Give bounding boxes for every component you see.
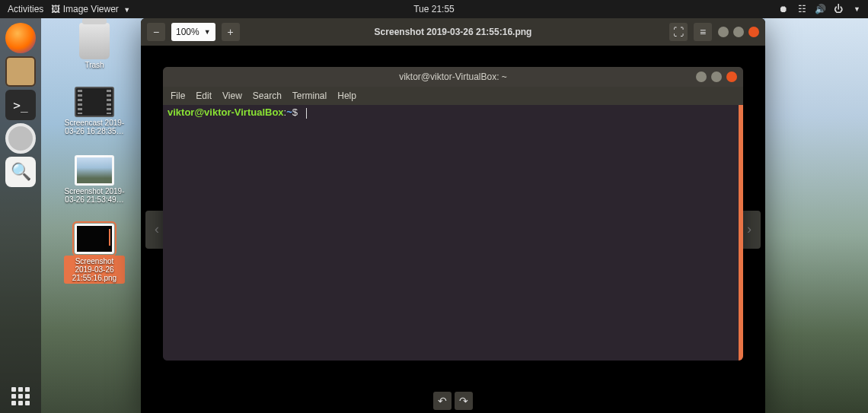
image-viewer-headerbar: − 100% ▼ + Screenshot 2019-03-26 21:55:1… xyxy=(141,18,765,46)
prompt-user-host: viktor@viktor-VirtualBox xyxy=(168,106,284,118)
system-tray: ⏺ ☷ 🔊 ⏻ ▼ xyxy=(778,4,868,14)
menu-file[interactable]: File xyxy=(171,91,185,101)
video-thumb-icon xyxy=(75,87,114,117)
window-minimize-button[interactable] xyxy=(718,27,729,37)
dock-files[interactable] xyxy=(5,56,36,87)
gnome-top-panel: Activities 🖼 Image Viewer ▼ Tue 21:55 ⏺ … xyxy=(0,0,868,18)
menu-edit[interactable]: Edit xyxy=(196,91,212,101)
terminal-scrollbar[interactable] xyxy=(739,105,743,361)
chevron-down-icon: ▼ xyxy=(123,6,130,14)
trash-icon xyxy=(79,23,110,59)
menu-view[interactable]: View xyxy=(222,91,242,101)
window-controls xyxy=(718,27,759,37)
terminal-cursor xyxy=(306,108,307,119)
terminal-title-text: viktor@viktor-VirtualBox: ~ xyxy=(399,71,507,82)
zoom-out-button[interactable]: − xyxy=(147,23,165,41)
app-menu-label: Image Viewer xyxy=(63,4,119,14)
desktop-icon-screenshot1[interactable]: Screenshot 2019-03-26 21:53:49… xyxy=(64,155,125,204)
zoom-value: 100% xyxy=(176,27,199,37)
terminal-menubar: File Edit View Search Terminal Help xyxy=(163,87,743,105)
image-viewer-bottom-toolbar: ↶ ↷ xyxy=(433,392,473,410)
dock-screenshot-app[interactable] xyxy=(5,123,36,154)
image-viewer-title: Screenshot 2019-03-26 21:55:16.png xyxy=(375,27,532,37)
desktop-icon-trash[interactable]: Trash xyxy=(64,23,125,69)
activities-button[interactable]: Activities xyxy=(8,4,43,14)
app-menu-icon: 🖼 xyxy=(51,4,60,14)
chevron-down-icon[interactable]: ▼ xyxy=(854,5,860,13)
network-icon[interactable]: ☷ xyxy=(796,4,807,14)
power-icon[interactable]: ⏻ xyxy=(833,4,844,14)
clock[interactable]: Tue 21:55 xyxy=(413,4,455,14)
chevron-down-icon: ▼ xyxy=(204,28,211,36)
fullscreen-button[interactable]: ⛶ xyxy=(669,23,688,41)
menu-search[interactable]: Search xyxy=(253,91,282,101)
window-close-button[interactable] xyxy=(726,71,737,82)
terminal-titlebar[interactable]: viktor@viktor-VirtualBox: ~ xyxy=(163,67,743,87)
terminal-window: viktor@viktor-VirtualBox: ~ File Edit Vi… xyxy=(163,67,743,361)
zoom-in-button[interactable]: + xyxy=(222,23,240,41)
hamburger-menu-button[interactable]: ≡ xyxy=(694,23,712,41)
desktop-icon-screencast[interactable]: Screencast 2019-03-26 16:28:35… xyxy=(64,87,125,135)
desktop-icon-screenshot2[interactable]: Screenshot 2019-03-26 21:55:16.png xyxy=(64,224,125,284)
app-menu[interactable]: 🖼 Image Viewer ▼ xyxy=(51,4,130,14)
zoom-level-dropdown[interactable]: 100% ▼ xyxy=(171,23,215,41)
prompt-end: $ xyxy=(292,106,298,118)
dock-firefox[interactable] xyxy=(5,23,36,53)
dock-image-viewer[interactable]: 🔍 xyxy=(5,157,36,187)
menu-terminal[interactable]: Terminal xyxy=(292,91,327,101)
window-maximize-button[interactable] xyxy=(711,71,722,82)
prompt-cwd: ~ xyxy=(286,106,292,118)
window-minimize-button[interactable] xyxy=(696,71,707,82)
screen-record-icon[interactable]: ⏺ xyxy=(778,4,789,14)
rotate-right-button[interactable]: ↷ xyxy=(455,392,473,410)
image-thumb-icon xyxy=(75,155,114,186)
ubuntu-dock: >_ 🔍 xyxy=(0,18,41,413)
desktop-icon-label: Screencast 2019-03-26 16:28:35… xyxy=(64,119,125,135)
volume-icon[interactable]: 🔊 xyxy=(815,4,825,14)
desktop-icon-label: Screenshot 2019-03-26 21:53:49… xyxy=(64,187,125,204)
menu-help[interactable]: Help xyxy=(337,91,356,101)
desktop-icon-label: Screenshot 2019-03-26 21:55:16.png xyxy=(64,256,125,284)
rotate-left-button[interactable]: ↶ xyxy=(433,392,452,410)
image-thumb-icon xyxy=(75,224,114,254)
desktop-icon-label: Trash xyxy=(85,61,104,69)
dock-show-apps[interactable] xyxy=(11,387,30,405)
window-controls xyxy=(696,71,737,82)
dock-terminal[interactable]: >_ xyxy=(5,90,36,120)
terminal-body[interactable]: viktor@viktor-VirtualBox:~$ xyxy=(163,105,743,361)
window-close-button[interactable] xyxy=(748,27,759,37)
window-maximize-button[interactable] xyxy=(733,27,744,37)
